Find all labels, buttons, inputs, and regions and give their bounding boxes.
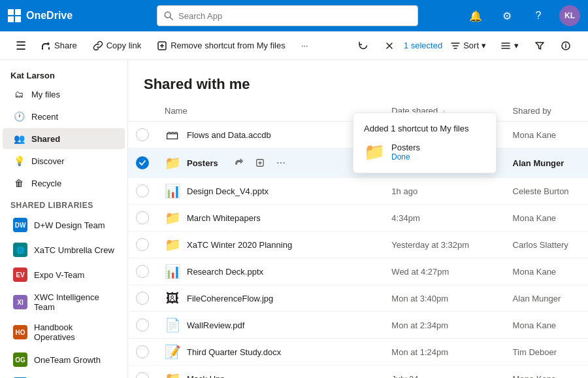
close-icon	[384, 41, 395, 51]
file-name[interactable]: WallReview.pdf	[187, 320, 244, 330]
col-checkbox	[128, 101, 157, 122]
sidebar-item-xatc[interactable]: 🌐 XaTC Umbrella Crew	[3, 238, 125, 262]
help-button[interactable]: ?	[528, 5, 549, 26]
table-row: 📊Design Deck_V4.pptx1h agoCeleste Burton	[128, 178, 588, 205]
row-shortcut-btn[interactable]	[251, 154, 269, 172]
file-shared-by: Alan Munger	[505, 148, 588, 178]
hamburger-menu[interactable]: ☰	[10, 36, 31, 56]
svg-rect-2	[42, 47, 43, 50]
layout-toggle-button[interactable]: ▾	[494, 37, 525, 55]
close-selected-button[interactable]	[378, 37, 401, 55]
remove-shortcut-button[interactable]: Remove shortcut from My files	[150, 37, 292, 55]
team-avatar-expo: EV	[13, 267, 27, 282]
file-row-name: 📝Third Quarter Study.docx	[165, 344, 376, 360]
selected-badge: 1 selected	[404, 41, 442, 50]
team-avatar-xwc: XI	[13, 295, 27, 309]
team-avatar-dw: DW	[13, 218, 27, 232]
row-checkbox[interactable]	[136, 265, 149, 278]
file-row-name: 📊Research Deck.pptx	[165, 264, 376, 279]
file-date: Mon at 3:40pm	[384, 285, 504, 312]
filter-button[interactable]	[528, 37, 551, 55]
row-checkbox[interactable]	[136, 184, 149, 198]
row-checkbox[interactable]	[136, 292, 149, 305]
row-checkbox[interactable]	[136, 211, 149, 224]
sidebar-item-discover[interactable]: 💡 Discover	[3, 150, 125, 171]
sidebar-item-dw[interactable]: DW D+W Design Team	[3, 213, 125, 237]
row-checkbox[interactable]	[136, 372, 149, 378]
file-row-name: 📁Mock Ups	[165, 371, 376, 378]
file-row-name: 📁Posters ⋯	[165, 154, 376, 172]
team-avatar-handbook: HO	[13, 325, 27, 339]
copy-link-button[interactable]: Copy link	[86, 37, 148, 55]
info-button[interactable]	[554, 37, 578, 55]
col-shared-by[interactable]: Shared by	[505, 101, 588, 122]
refresh-icon	[358, 41, 368, 51]
file-name[interactable]: Flows and Data.accdb	[187, 130, 271, 140]
row-checkbox[interactable]	[136, 238, 149, 251]
main-content: Shared with me Name Date shared ↓ Shared…	[128, 60, 588, 378]
file-name[interactable]: Posters	[187, 158, 218, 168]
file-name[interactable]: March Whitepapers	[187, 213, 261, 223]
sidebar-item-handbook[interactable]: HO Handbook Operatives	[3, 318, 125, 347]
table-row: 📄WallReview.pdfMon at 2:34pmMona Kane	[128, 312, 588, 339]
row-checkbox[interactable]	[136, 345, 149, 358]
more-toolbar-button[interactable]: ···	[295, 37, 315, 54]
sidebar-item-shared[interactable]: 👥 Shared	[3, 128, 125, 149]
app-logo[interactable]: OneDrive	[8, 9, 152, 22]
info-icon	[561, 41, 571, 51]
sidebar-item-my-files[interactable]: 🗂 My files	[3, 84, 125, 105]
tooltip-item-name: Posters	[391, 143, 420, 152]
layout: Kat Larson 🗂 My files 🕐 Recent 👥 Shared …	[0, 60, 588, 378]
top-bar: OneDrive 🔔 ⚙ ? KL	[0, 0, 588, 31]
avatar[interactable]: KL	[559, 5, 580, 26]
grid-icon	[8, 9, 21, 22]
sidebar-item-xwc[interactable]: XI XWC Intelligence Team	[3, 288, 125, 317]
file-row-name: 📁XaTC Winter 2020 Planning	[165, 237, 376, 252]
sidebar-item-oneteam[interactable]: OG OneTeam Growth	[3, 348, 125, 371]
file-name[interactable]: Design Deck_V4.pptx	[187, 186, 269, 196]
share-icon	[41, 41, 51, 51]
file-name[interactable]: Mock Ups	[187, 374, 225, 379]
search-icon	[164, 11, 173, 20]
sort-button[interactable]: Sort ▾	[445, 38, 491, 54]
toolbar: ☰ Share Copy link Remove shortcut from M…	[0, 31, 588, 60]
search-bar	[157, 5, 418, 26]
files-icon: 🗂	[13, 88, 25, 100]
table-row: 📁Mock UpsJuly 24Mona Kane	[128, 366, 588, 379]
file-shared-by: Mona Kane	[505, 366, 588, 379]
file-date: Mon at 1:24pm	[384, 339, 504, 366]
settings-button[interactable]: ⚙	[497, 5, 517, 26]
file-name[interactable]: XaTC Winter 2020 Planning	[187, 240, 292, 250]
file-date: 4:34pm	[384, 205, 504, 232]
file-date: July 24	[384, 366, 504, 379]
file-name[interactable]: Third Quarter Study.docx	[187, 347, 281, 357]
tooltip-item-info: Posters Done	[391, 143, 420, 162]
sidebar-item-expo[interactable]: EV Expo V-Team	[3, 263, 125, 286]
sidebar-item-recent[interactable]: 🕐 Recent	[3, 106, 125, 127]
row-more-btn[interactable]: ⋯	[272, 154, 290, 172]
link-icon	[93, 41, 103, 51]
row-share-btn[interactable]	[230, 154, 248, 172]
team-avatar-xatc: 🌐	[13, 243, 27, 257]
search-input[interactable]	[178, 11, 411, 21]
sidebar-item-paris[interactable]: PT Paris Team	[3, 373, 125, 378]
refresh-button[interactable]	[351, 37, 375, 55]
file-type-icon: 🖼	[165, 290, 180, 306]
file-name[interactable]: Research Deck.pptx	[187, 267, 263, 277]
file-shared-by: Alan Munger	[505, 285, 588, 312]
row-checkbox[interactable]	[136, 318, 149, 332]
share-button[interactable]: Share	[34, 37, 84, 55]
discover-icon: 💡	[13, 155, 25, 167]
sidebar-item-recycle[interactable]: 🗑 Recycle	[3, 173, 125, 194]
tooltip-item-status: Done	[391, 152, 420, 162]
row-checkbox[interactable]	[136, 128, 149, 141]
file-date: Wed at 4:27pm	[384, 258, 504, 285]
file-name[interactable]: FileCoherenceFlow.jpg	[187, 294, 273, 303]
file-shared-by: Mona Kane	[505, 205, 588, 232]
col-name[interactable]: Name	[157, 101, 384, 122]
table-row: 📁XaTC Winter 2020 PlanningYesterday at 3…	[128, 232, 588, 258]
file-shared-by: Carlos Slattery	[505, 232, 588, 258]
row-checkbox-checked[interactable]	[136, 156, 149, 169]
app-title: OneDrive	[26, 10, 73, 22]
notifications-button[interactable]: 🔔	[465, 5, 486, 26]
